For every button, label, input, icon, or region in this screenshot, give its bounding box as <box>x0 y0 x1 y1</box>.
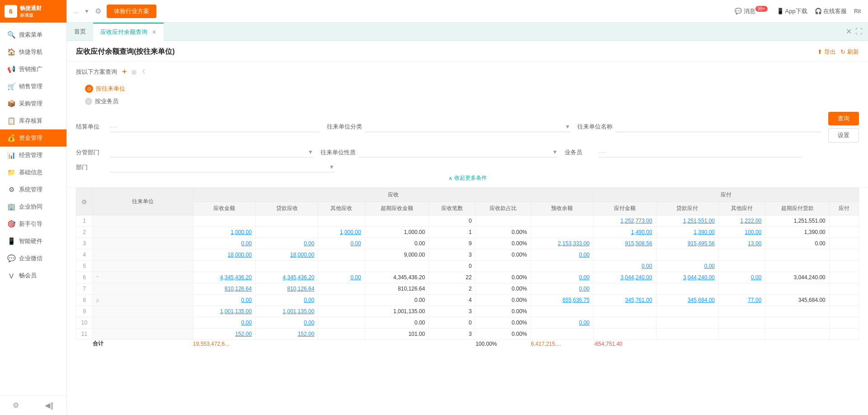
sidebar-collapse-btn[interactable]: ◀‖ <box>45 401 54 410</box>
cell-link[interactable]: 1,000.00 <box>340 229 361 235</box>
cell-link[interactable]: 18,000.00 <box>290 252 314 258</box>
cell-link[interactable]: 3,044,240.00 <box>683 274 715 281</box>
cell-link[interactable]: 1,001,135.00 <box>220 308 252 315</box>
query-btn-wrap: 查询 设置 <box>828 111 859 143</box>
cell-link[interactable]: 4,345,436.20 <box>283 274 314 281</box>
filter-target-btn[interactable]: ◎ <box>132 69 136 75</box>
cell-link[interactable]: 2,153,333.00 <box>558 240 590 247</box>
filter-input-partner-name[interactable] <box>615 121 821 132</box>
app-download-label: App下载 <box>785 8 807 14</box>
cell-link[interactable]: 0.00 <box>304 240 314 247</box>
sidebar-item-operation[interactable]: 📊经营管理 <box>0 147 66 164</box>
filter-select-settlement[interactable]: ··· <box>110 122 320 132</box>
filter-select-department[interactable]: ▼ <box>110 162 335 172</box>
tab-close-all-btn[interactable]: ✕ <box>846 27 852 36</box>
cell-link[interactable]: 4,345,436.20 <box>220 274 252 281</box>
cell-pay-overdue <box>765 261 829 272</box>
sidebar-item-guide[interactable]: 🎯新手引导 <box>0 215 66 233</box>
user-menu[interactable]: Rit <box>854 8 861 14</box>
cell-link[interactable]: 810,126.64 <box>225 286 252 292</box>
collapse-filter-btn[interactable]: ∧ 收起更多条件 <box>76 174 859 182</box>
cell-link[interactable]: 1,390.00 <box>693 229 715 235</box>
page-header-actions: ⬆ 导出 ↻ 刷新 <box>817 48 859 56</box>
cell-link[interactable]: 0.00 <box>579 320 590 326</box>
cell-link[interactable]: 0.00 <box>751 274 761 281</box>
tab-home[interactable]: 首页 <box>67 23 93 41</box>
scheme-item-salesman[interactable]: ○ 按业务员 <box>85 95 850 107</box>
cell-recv-amount <box>193 215 255 227</box>
cell-link[interactable]: 0.00 <box>241 240 252 247</box>
total-cell-empty <box>76 340 93 348</box>
sidebar-item-system[interactable]: ⚙系统管理 <box>0 181 66 198</box>
cell-link[interactable]: 0.00 <box>241 320 252 326</box>
cell-link[interactable]: 0.00 <box>579 252 590 258</box>
gear-icon[interactable]: ⚙ <box>95 7 101 15</box>
cell-link[interactable]: 13.00 <box>748 240 761 247</box>
sidebar-item-finance[interactable]: 💰资金管理 <box>0 129 66 147</box>
cell-recv-amount: 4,345,436.20 <box>193 272 255 283</box>
cell-link[interactable]: 915,495.56 <box>688 240 715 247</box>
sidebar-item-marketing[interactable]: 📢营销推广 <box>0 61 66 78</box>
sidebar-item-search[interactable]: 🔍搜索菜单 <box>0 26 66 43</box>
cell-link[interactable]: 1,251,551.00 <box>683 218 715 224</box>
cell-link[interactable]: 152.00 <box>298 331 315 337</box>
filter-select-partner-nature[interactable]: ▼ <box>359 147 558 157</box>
cell-link[interactable]: 0.00 <box>304 320 314 326</box>
filter-add-btn[interactable]: ＋ <box>121 67 128 76</box>
cell-link[interactable]: 0.00 <box>350 274 361 281</box>
cell-link[interactable]: 1,000.00 <box>231 229 252 235</box>
cell-link[interactable]: 0.00 <box>704 263 715 269</box>
cell-link[interactable]: 1,222.00 <box>741 218 762 224</box>
breadcrumb-dropdown[interactable]: ▼ <box>84 8 90 14</box>
cell-link[interactable]: 77.00 <box>748 297 761 303</box>
cell-link[interactable]: 3,044,240.00 <box>621 274 652 281</box>
cell-link[interactable]: 152.00 <box>235 331 252 337</box>
online-service-btn[interactable]: 🎧 在线客服 <box>815 7 847 15</box>
query-btn[interactable]: 查询 <box>828 112 859 125</box>
sidebar-item-enterprise[interactable]: 🏢企业协同 <box>0 198 66 215</box>
filter-select-salesman[interactable]: ··· <box>599 147 802 157</box>
sidebar-item-quick-nav[interactable]: 🏠快捷导航 <box>0 43 66 61</box>
cell-link[interactable]: 915,508.56 <box>625 240 652 247</box>
export-btn[interactable]: ⬆ 导出 <box>817 48 836 56</box>
cell-link[interactable]: 0.00 <box>579 286 590 292</box>
sidebar-item-wechat[interactable]: 💬企业微信 <box>0 250 66 267</box>
filter-collapse-scheme[interactable]: 《 <box>140 68 145 76</box>
filter-select-dept[interactable]: ▼ <box>110 147 313 157</box>
sidebar-item-member[interactable]: V畅会员 <box>0 267 66 284</box>
cell-link[interactable]: 345,684.00 <box>688 297 715 303</box>
cell-link[interactable]: 655,636.75 <box>562 297 590 303</box>
table-settings-icon[interactable]: ⚙ <box>81 198 87 205</box>
app-download-btn[interactable]: 📱 App下载 <box>777 7 807 15</box>
total-pay-overdue <box>765 340 829 348</box>
tab-close-btn[interactable]: ✕ <box>152 29 156 35</box>
table-group-header: ⚙ 往来单位 应收 应付 <box>76 188 859 202</box>
tab-receivable[interactable]: 应收应付余额查询 ✕ <box>93 23 164 41</box>
sidebar-item-inventory[interactable]: 📋库存核算 <box>0 112 66 129</box>
industry-btn[interactable]: 体验行业方案 <box>107 5 156 18</box>
cell-link[interactable]: 1,490.00 <box>631 229 652 235</box>
cell-link[interactable]: 0.00 <box>350 240 361 247</box>
cell-link[interactable]: 810,126.64 <box>287 286 314 292</box>
tab-fullscreen-btn[interactable]: ⛶ <box>855 28 863 36</box>
cell-link[interactable]: 0.00 <box>642 263 652 269</box>
cell-link[interactable]: 0.00 <box>241 297 252 303</box>
sidebar-item-sales[interactable]: 🛒销售管理 <box>0 78 66 95</box>
sidebar-item-purchase[interactable]: 📦采购管理 <box>0 95 66 112</box>
cell-link[interactable]: 345,761.00 <box>625 297 652 303</box>
set-btn[interactable]: 设置 <box>828 128 859 143</box>
message-btn[interactable]: 💬 消息 99+ <box>735 7 769 15</box>
sidebar-item-hardware[interactable]: 📱智能硬件 <box>0 233 66 250</box>
cell-link[interactable]: 1,252,773.00 <box>621 218 652 224</box>
cell-link[interactable]: 100.00 <box>745 229 762 235</box>
refresh-btn[interactable]: ↻ 刷新 <box>840 48 859 56</box>
filter-select-partner-type[interactable]: ▼ <box>365 122 571 132</box>
cell-link[interactable]: 18,000.00 <box>228 252 252 258</box>
cell-link[interactable]: 0.00 <box>579 274 590 281</box>
sidebar-settings-btn[interactable]: ⚙ <box>13 401 19 410</box>
cell-link[interactable]: 0.00 <box>304 297 314 303</box>
filter-rows: 结算单位 ··· 往来单位分类 ▼ <box>76 111 859 172</box>
scheme-item-partner[interactable]: ⊙ 按往来单位 <box>85 82 850 95</box>
cell-link[interactable]: 1,001,135.00 <box>283 308 314 315</box>
sidebar-item-basic[interactable]: 📁基础信息 <box>0 164 66 181</box>
